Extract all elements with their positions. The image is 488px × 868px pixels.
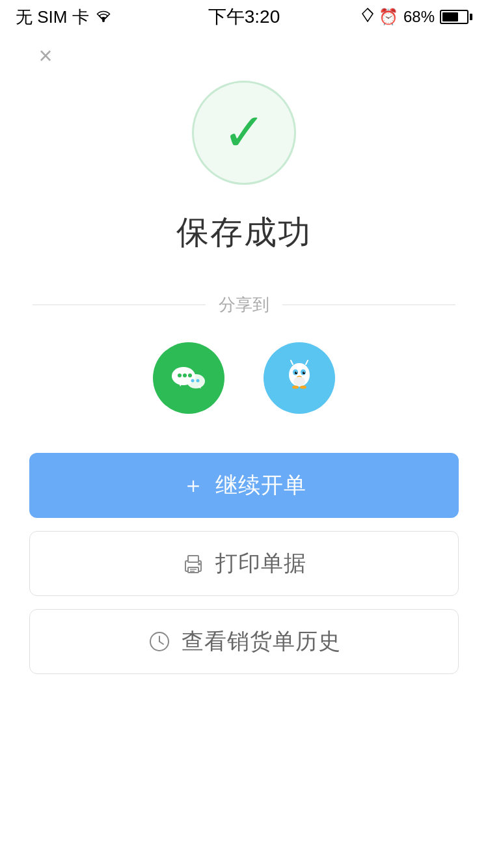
share-icons-row: [153, 342, 335, 414]
qq-logo-icon: [277, 355, 322, 401]
svg-line-31: [159, 642, 163, 644]
success-circle: ✓: [192, 81, 296, 185]
svg-point-5: [188, 373, 192, 377]
svg-point-15: [296, 372, 297, 373]
alarm-icon: ⏰: [379, 8, 398, 26]
close-icon: ×: [38, 44, 52, 68]
status-bar: 无 SIM 卡 下午3:20 ⏰ 68%: [0, 0, 488, 29]
carrier-info: 无 SIM 卡: [16, 6, 113, 29]
checkmark-icon: ✓: [223, 107, 266, 159]
main-content: ✓ 保存成功 分享到: [0, 29, 488, 868]
svg-point-3: [178, 373, 182, 377]
location-icon: [362, 8, 373, 26]
print-button[interactable]: 打印单据: [29, 531, 459, 596]
wifi-icon: [94, 7, 113, 27]
svg-point-28: [198, 563, 200, 565]
battery-icon: [440, 10, 472, 24]
history-label: 查看销货单历史: [182, 627, 341, 657]
wechat-share-button[interactable]: [153, 342, 224, 414]
share-divider: 分享到: [0, 293, 488, 316]
svg-point-16: [304, 372, 305, 373]
share-label: 分享到: [206, 293, 282, 316]
divider-left: [33, 305, 206, 305]
history-button[interactable]: 查看销货单历史: [29, 609, 459, 674]
battery-percent: 68%: [403, 8, 435, 26]
printer-icon: [182, 552, 205, 575]
print-label: 打印单据: [215, 549, 306, 578]
status-time: 下午3:20: [208, 5, 280, 29]
svg-point-4: [183, 373, 187, 377]
qq-share-button[interactable]: [264, 342, 335, 414]
clock-icon: [148, 630, 171, 653]
svg-point-7: [197, 379, 200, 383]
svg-point-0: [102, 20, 105, 22]
wechat-logo-icon: [166, 355, 211, 401]
status-indicators: ⏰ 68%: [362, 8, 472, 26]
svg-line-21: [291, 360, 293, 364]
svg-point-18: [293, 377, 305, 386]
svg-point-6: [191, 379, 195, 383]
svg-point-20: [300, 386, 306, 389]
carrier-text: 无 SIM 卡: [16, 6, 89, 29]
close-button[interactable]: ×: [26, 36, 65, 75]
svg-point-19: [292, 386, 299, 389]
svg-rect-25: [188, 567, 198, 573]
continue-label: 继续开单: [215, 470, 306, 500]
divider-right: [282, 305, 455, 305]
plus-icon: ＋: [182, 470, 205, 500]
action-buttons: ＋ 继续开单 打印单据: [29, 453, 459, 674]
continue-button[interactable]: ＋ 继续开单: [29, 453, 459, 518]
success-title: 保存成功: [176, 211, 312, 254]
share-section: 分享到: [0, 293, 488, 414]
svg-rect-24: [188, 556, 198, 562]
svg-line-22: [306, 360, 308, 364]
